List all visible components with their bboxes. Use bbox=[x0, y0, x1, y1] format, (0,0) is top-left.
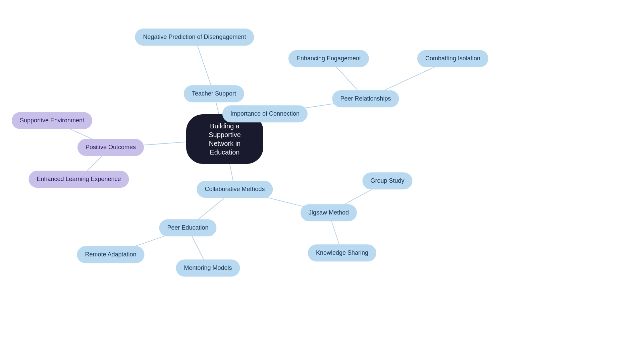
node-mentoring-models: Mentoring Models bbox=[176, 259, 240, 277]
node-peer-relationships: Peer Relationships bbox=[332, 90, 399, 107]
node-peer-education: Peer Education bbox=[159, 219, 216, 236]
node-jigsaw-method: Jigsaw Method bbox=[301, 204, 357, 221]
node-negative-prediction: Negative Prediction of Disengagement bbox=[135, 28, 254, 46]
node-positive-outcomes: Positive Outcomes bbox=[77, 139, 144, 156]
node-enhanced-learning: Enhanced Learning Experience bbox=[29, 171, 129, 188]
node-group-study: Group Study bbox=[362, 172, 412, 189]
node-combatting-isolation: Combatting Isolation bbox=[417, 50, 488, 67]
node-supportive-environment: Supportive Environment bbox=[12, 112, 92, 129]
node-collaborative-methods: Collaborative Methods bbox=[197, 181, 273, 198]
node-remote-adaptation: Remote Adaptation bbox=[77, 246, 144, 263]
node-teacher-support: Teacher Support bbox=[184, 85, 244, 102]
node-importance-connection: Importance of Connection bbox=[222, 105, 308, 122]
node-knowledge-sharing: Knowledge Sharing bbox=[308, 244, 376, 261]
mind-map-canvas: Building a Supportive Network in Educati… bbox=[0, 0, 644, 363]
node-enhancing-engagement: Enhancing Engagement bbox=[288, 50, 369, 67]
